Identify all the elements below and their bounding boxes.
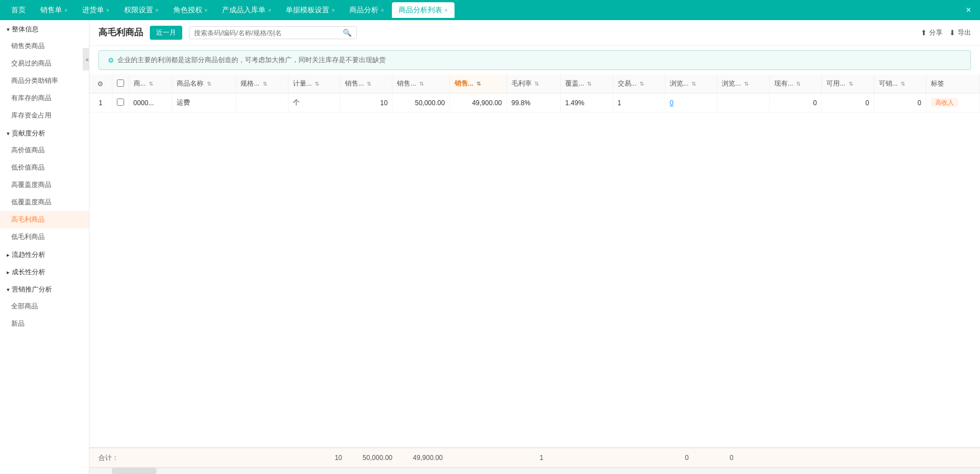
th-margin-rate[interactable]: 毛利率 ⇅ <box>506 74 560 93</box>
sidebar-item-in-stock[interactable]: 有库存的商品 <box>0 90 89 107</box>
sidebar-item-all-goods[interactable]: 全部商品 <box>0 298 89 315</box>
th-sales-amount[interactable]: 销售... ⇅ <box>392 74 449 93</box>
sidebar-item-high-value[interactable]: 高价值商品 <box>0 142 89 159</box>
sidebar-item-sales-goods[interactable]: 销售类商品 <box>0 37 89 55</box>
th-code[interactable]: 商... ⇅ <box>129 74 172 93</box>
cell-spec <box>236 93 288 112</box>
select-all-checkbox[interactable] <box>117 79 124 87</box>
sort-code-icon: ⇅ <box>149 81 153 87</box>
tab-permissions[interactable]: 权限设置 × <box>117 2 165 18</box>
close-product-analysis-tab[interactable]: × <box>381 7 384 13</box>
sidebar-group-overall[interactable]: ▾ 整体信息 <box>0 20 89 37</box>
sidebar-group-trend[interactable]: ▸ 流趋性分析 <box>0 246 89 263</box>
footer-sales-amount: 50,000.00 <box>347 454 397 462</box>
footer-spacer4 <box>598 454 648 462</box>
th-name[interactable]: 商品名称 ⇅ <box>172 74 236 93</box>
cell-seq: 1 <box>89 93 112 112</box>
sidebar-group-contribution[interactable]: ▾ 贡献度分析 <box>0 124 89 142</box>
sort-spec-icon: ⇅ <box>263 81 267 87</box>
sidebar-item-new-goods[interactable]: 新品 <box>0 315 89 332</box>
row-checkbox[interactable] <box>117 98 124 106</box>
sidebar-item-low-value[interactable]: 低价值商品 <box>0 159 89 176</box>
close-template-tab[interactable]: × <box>332 7 335 13</box>
sidebar-group-overall-items: 销售类商品 交易过的商品 商品分类助销率 有库存的商品 库存资金占用 <box>0 37 89 124</box>
sidebar-item-stock-capital[interactable]: 库存资金占用 <box>0 107 89 124</box>
export-button[interactable]: ⬇ 导出 <box>949 28 971 37</box>
cell-code: 0000... <box>129 93 172 112</box>
top-navigation: 首页 销售单 × 进货单 × 权限设置 × 角色授权 × 产成品入库单 × 单据… <box>0 0 980 20</box>
th-view1[interactable]: 浏览... ⇅ <box>665 74 717 93</box>
cell-coverage: 1.49% <box>561 93 613 112</box>
main-layout: « ▾ 整体信息 销售类商品 交易过的商品 商品分类助销率 有库存的商品 库存资… <box>0 20 980 474</box>
arrow-down-icon: ▾ <box>7 26 10 32</box>
sort-saleable-stock-icon: ⇅ <box>901 81 905 87</box>
sidebar-group-marketing-items: 全部商品 新品 <box>0 298 89 332</box>
sidebar-group-growth[interactable]: ▸ 成长性分析 <box>0 263 89 280</box>
sidebar-item-high-coverage[interactable]: 高覆盖度商品 <box>0 176 89 194</box>
th-view2[interactable]: 浏览... ⇅ <box>717 74 769 93</box>
share-icon: ⬆ <box>921 29 927 37</box>
horizontal-scrollbar[interactable] <box>89 467 980 474</box>
sort-sales-amount-icon: ⇅ <box>419 81 424 87</box>
close-permissions-tab[interactable]: × <box>155 7 159 13</box>
cell-name: 运费 <box>172 93 236 112</box>
sort-unit-icon: ⇅ <box>315 81 319 87</box>
sort-current-stock-icon: ⇅ <box>796 81 801 87</box>
close-roles-tab[interactable]: × <box>205 7 208 13</box>
th-usable-stock[interactable]: 可用... ⇅ <box>822 74 874 93</box>
sidebar-item-category-rate[interactable]: 商品分类助销率 <box>0 72 89 90</box>
search-input[interactable] <box>194 29 343 37</box>
table-header-row: ⚙ 商... ⇅ 商品名称 ⇅ <box>89 74 980 93</box>
sort-view2-icon: ⇅ <box>744 81 749 87</box>
th-current-stock[interactable]: 现有... ⇅ <box>769 74 821 93</box>
header-actions: ⬆ 分享 ⬇ 导出 <box>921 28 971 37</box>
cell-view1[interactable]: 0 <box>665 93 717 112</box>
sort-margin-icon: ⇅ <box>534 81 539 87</box>
close-inventory-in-tab[interactable]: × <box>268 7 271 13</box>
tab-product-analysis-list[interactable]: 商品分析列表 × <box>392 2 455 18</box>
th-settings[interactable]: ⚙ <box>89 74 112 93</box>
tab-sales[interactable]: 销售单 × <box>34 2 74 18</box>
tab-product-analysis[interactable]: 商品分析 × <box>343 2 391 18</box>
footer-spacer2 <box>447 454 503 462</box>
tab-roles[interactable]: 角色授权 × <box>167 2 215 18</box>
filter-recent-month[interactable]: 近一月 <box>150 26 182 40</box>
sidebar: « ▾ 整体信息 销售类商品 交易过的商品 商品分类助销率 有库存的商品 库存资… <box>0 20 89 474</box>
close-sales-tab[interactable]: × <box>64 7 68 13</box>
th-unit[interactable]: 计量... ⇅ <box>288 74 340 93</box>
tab-template-settings[interactable]: 单据模板设置 × <box>279 2 342 18</box>
close-purchase-tab[interactable]: × <box>106 7 110 13</box>
th-spec[interactable]: 规格... ⇅ <box>236 74 288 93</box>
info-banner: ⚙ 企业的主要的利润都是这部分商品创造的，可考虑加大推广，同时关注库存是不要出现… <box>98 50 971 70</box>
th-sales-cost[interactable]: 销售... ⇅ <box>449 74 506 93</box>
close-all-tabs[interactable]: × <box>962 5 976 15</box>
search-icon[interactable]: 🔍 <box>343 29 352 37</box>
share-button[interactable]: ⬆ 分享 <box>921 28 943 37</box>
sidebar-item-low-coverage[interactable]: 低覆盖度商品 <box>0 194 89 211</box>
table-footer: 合计： 10 50,000.00 49,900.00 1 0 0 <box>89 447 980 467</box>
tab-purchase[interactable]: 进货单 × <box>75 2 116 18</box>
sidebar-item-low-margin[interactable]: 低毛利商品 <box>0 228 89 246</box>
sidebar-item-high-margin[interactable]: 高毛利商品 <box>0 211 89 228</box>
th-tag[interactable]: 标签 <box>926 74 980 93</box>
cell-sales-amount: 50,000.00 <box>392 93 449 112</box>
sidebar-group-marketing[interactable]: ▾ 营销推广分析 <box>0 280 89 298</box>
th-checkbox[interactable] <box>112 74 129 93</box>
sort-transaction-icon: ⇅ <box>640 81 644 87</box>
tab-inventory-in[interactable]: 产成品入库单 × <box>215 2 278 18</box>
sidebar-item-traded-goods[interactable]: 交易过的商品 <box>0 55 89 72</box>
sort-sales-cost-icon: ⇅ <box>476 81 481 87</box>
th-saleable-stock[interactable]: 可销... ⇅ <box>874 74 926 93</box>
th-coverage[interactable]: 覆盖... ⇅ <box>561 74 613 93</box>
close-product-analysis-list-tab[interactable]: × <box>444 7 448 13</box>
tab-home[interactable]: 首页 <box>4 2 32 18</box>
cell-checkbox[interactable] <box>112 93 129 112</box>
footer-label: 合计： <box>98 453 119 463</box>
th-sales-qty[interactable]: 销售... ⇅ <box>340 74 392 93</box>
cell-unit: 个 <box>288 93 340 112</box>
page-title: 高毛利商品 <box>98 27 143 39</box>
sidebar-collapse-btn[interactable]: « <box>83 48 89 71</box>
table-settings-icon[interactable]: ⚙ <box>97 80 103 88</box>
th-transaction[interactable]: 交易... ⇅ <box>613 74 665 93</box>
footer-spacer1 <box>123 454 302 462</box>
